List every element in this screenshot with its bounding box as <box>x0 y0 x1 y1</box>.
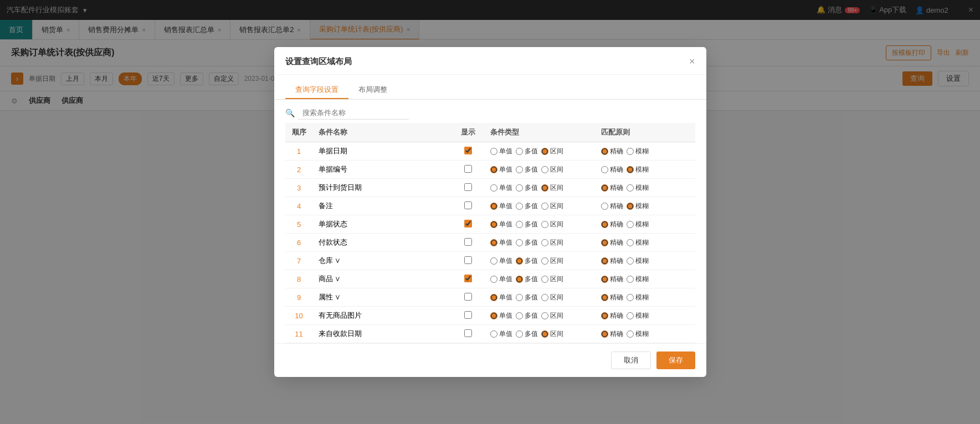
type-radio-item[interactable]: 单值 <box>490 220 512 229</box>
type-radio-item[interactable]: 区间 <box>541 238 563 247</box>
match-radio-item[interactable]: 模糊 <box>627 311 649 320</box>
match-radio[interactable] <box>627 257 634 265</box>
type-radio-item[interactable]: 单值 <box>490 147 512 156</box>
type-radio[interactable] <box>490 148 497 155</box>
type-radio[interactable] <box>490 203 497 210</box>
row-show-cell[interactable] <box>451 307 485 325</box>
type-radio[interactable] <box>541 221 548 228</box>
type-radio[interactable] <box>516 184 523 192</box>
match-radio-item[interactable]: 模糊 <box>627 183 649 193</box>
type-radio-item[interactable]: 区间 <box>541 293 563 302</box>
row-show-cell[interactable] <box>451 252 485 270</box>
type-radio[interactable] <box>516 239 523 246</box>
show-checkbox[interactable] <box>464 329 472 337</box>
match-radio-item[interactable]: 模糊 <box>627 165 649 174</box>
match-radio[interactable] <box>601 294 608 301</box>
show-checkbox[interactable] <box>464 293 472 301</box>
type-radio-item[interactable]: 单值 <box>490 256 512 266</box>
match-radio[interactable] <box>601 221 608 228</box>
match-radio-item[interactable]: 精确 <box>601 220 623 229</box>
type-radio-item[interactable]: 多值 <box>516 147 538 156</box>
type-radio-item[interactable]: 单值 <box>490 293 512 302</box>
modal-tab-query-fields[interactable]: 查询字段设置 <box>285 81 348 99</box>
type-radio[interactable] <box>516 276 523 283</box>
match-radio[interactable] <box>601 203 608 210</box>
match-radio[interactable] <box>627 276 634 283</box>
row-show-cell[interactable] <box>451 234 485 252</box>
match-radio-item[interactable]: 模糊 <box>627 201 649 211</box>
type-radio[interactable] <box>490 294 497 301</box>
type-radio-item[interactable]: 多值 <box>516 293 538 302</box>
type-radio-item[interactable]: 区间 <box>541 220 563 229</box>
match-radio-item[interactable]: 模糊 <box>627 220 649 229</box>
match-radio-item[interactable]: 精确 <box>601 256 623 266</box>
match-radio-item[interactable]: 模糊 <box>627 256 649 266</box>
match-radio[interactable] <box>627 166 634 173</box>
row-show-cell[interactable] <box>451 197 485 215</box>
type-radio[interactable] <box>541 257 548 265</box>
match-radio[interactable] <box>627 148 634 155</box>
match-radio-item[interactable]: 精确 <box>601 183 623 193</box>
type-radio-item[interactable]: 单值 <box>490 329 512 339</box>
type-radio[interactable] <box>490 239 497 246</box>
show-checkbox[interactable] <box>464 238 472 246</box>
type-radio[interactable] <box>541 184 548 192</box>
type-radio-item[interactable]: 单值 <box>490 201 512 211</box>
type-radio-item[interactable]: 区间 <box>541 256 563 266</box>
show-checkbox[interactable] <box>464 311 472 319</box>
type-radio-item[interactable]: 区间 <box>541 311 563 320</box>
match-radio[interactable] <box>601 239 608 246</box>
match-radio[interactable] <box>601 166 608 173</box>
show-checkbox[interactable] <box>464 275 472 282</box>
show-checkbox[interactable] <box>464 147 472 154</box>
type-radio[interactable] <box>490 257 497 265</box>
type-radio-item[interactable]: 单值 <box>490 183 512 193</box>
type-radio-item[interactable]: 单值 <box>490 165 512 174</box>
match-radio-item[interactable]: 精确 <box>601 329 623 339</box>
type-radio-item[interactable]: 区间 <box>541 275 563 284</box>
type-radio-item[interactable]: 多值 <box>516 201 538 211</box>
match-radio-item[interactable]: 模糊 <box>627 293 649 302</box>
type-radio-item[interactable]: 多值 <box>516 329 538 339</box>
type-radio[interactable] <box>490 221 497 228</box>
type-radio-item[interactable]: 多值 <box>516 256 538 266</box>
row-show-cell[interactable] <box>451 179 485 197</box>
type-radio[interactable] <box>541 330 548 338</box>
row-show-cell[interactable] <box>451 142 485 161</box>
type-radio[interactable] <box>490 312 497 319</box>
match-radio-item[interactable]: 精确 <box>601 275 623 284</box>
type-radio-item[interactable]: 单值 <box>490 238 512 247</box>
type-radio[interactable] <box>516 221 523 228</box>
type-radio-item[interactable]: 区间 <box>541 183 563 193</box>
show-checkbox[interactable] <box>464 183 472 191</box>
row-show-cell[interactable] <box>451 288 485 307</box>
match-radio-item[interactable]: 模糊 <box>627 275 649 284</box>
type-radio[interactable] <box>541 203 548 210</box>
match-radio[interactable] <box>601 257 608 265</box>
row-show-cell[interactable] <box>451 215 485 234</box>
type-radio-item[interactable]: 单值 <box>490 275 512 284</box>
match-radio-item[interactable]: 模糊 <box>627 238 649 247</box>
show-checkbox[interactable] <box>464 201 472 209</box>
type-radio-item[interactable]: 区间 <box>541 147 563 156</box>
row-show-cell[interactable] <box>451 161 485 179</box>
show-checkbox[interactable] <box>464 165 472 173</box>
match-radio-item[interactable]: 精确 <box>601 238 623 247</box>
show-checkbox[interactable] <box>464 256 472 264</box>
match-radio[interactable] <box>627 184 634 192</box>
type-radio[interactable] <box>490 276 497 283</box>
type-radio[interactable] <box>516 294 523 301</box>
match-radio-item[interactable]: 精确 <box>601 293 623 302</box>
type-radio[interactable] <box>541 239 548 246</box>
match-radio-item[interactable]: 模糊 <box>627 329 649 339</box>
type-radio-item[interactable]: 多值 <box>516 275 538 284</box>
type-radio[interactable] <box>516 257 523 265</box>
match-radio[interactable] <box>627 221 634 228</box>
match-radio[interactable] <box>601 184 608 192</box>
type-radio[interactable] <box>490 184 497 192</box>
type-radio[interactable] <box>490 166 497 173</box>
match-radio[interactable] <box>601 312 608 319</box>
type-radio-item[interactable]: 区间 <box>541 201 563 211</box>
match-radio-item[interactable]: 精确 <box>601 147 623 156</box>
match-radio[interactable] <box>601 330 608 338</box>
